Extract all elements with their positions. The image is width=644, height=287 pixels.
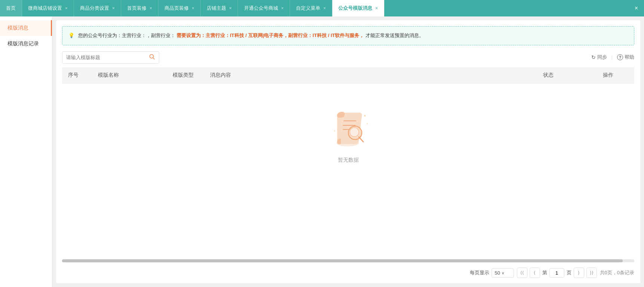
tab-category-settings[interactable]: 商品分类设置 × (74, 0, 121, 16)
info-banner: 💡 您的公众号行业为：主营行业：，副营行业： 需要设置为：主营行业：IT科技 /… (62, 26, 634, 45)
tab-store-theme-close[interactable]: × (229, 6, 232, 11)
help-label: 帮助 (625, 54, 634, 61)
search-icon[interactable] (149, 54, 155, 61)
data-table: 序号 模版名称 模版类型 消息内容 状态 操作 (62, 67, 634, 178)
col-type: 模版类型 (167, 67, 204, 83)
tab-home-decoration-label: 首页装修 (127, 5, 147, 12)
prev-page-button[interactable]: ⟨ (530, 268, 540, 278)
sidebar-item-template-msg-label: 模版消息 (7, 25, 28, 31)
tab-home[interactable]: 首页 (0, 0, 22, 16)
content-area: 💡 您的公众号行业为：主营行业：，副营行业： 需要设置为：主营行业：IT科技 /… (56, 20, 640, 283)
help-button[interactable]: ? 帮助 (617, 54, 634, 61)
next-page-button[interactable]: ⟩ (574, 268, 584, 278)
page-unit: 页 (567, 269, 571, 276)
tab-product-decoration-label: 商品页装修 (164, 5, 189, 12)
tab-custom-menu-close[interactable]: × (323, 6, 326, 11)
svg-line-8 (359, 137, 363, 142)
tab-shop-settings-label: 微商城店铺设置 (28, 5, 62, 12)
info-banner-text2: 才能正常发送预置的消息。 (366, 33, 424, 38)
close-all-button[interactable]: × (629, 5, 644, 12)
tab-template-msg[interactable]: 公众号模版消息 × (332, 0, 384, 16)
empty-illustration: ✦ ✦ ✦ (326, 106, 371, 151)
empty-state-row: ✦ ✦ ✦ 暂无数据 (62, 83, 634, 178)
scrollbar-track[interactable] (62, 259, 634, 262)
tab-category-settings-close[interactable]: × (112, 6, 115, 11)
main-layout: 模版消息 模版消息记录 💡 您的公众号行业为：主营行业：，副营行业： 需要设置为… (0, 16, 644, 287)
sidebar-item-template-msg-records[interactable]: 模版消息记录 (0, 36, 52, 52)
page-size-select: 每页显示 50 ∨ (470, 268, 514, 278)
tab-store-theme[interactable]: 店铺主题 × (201, 0, 238, 16)
page-label: 第 (542, 269, 547, 276)
tab-open-mall-label: 开通公众号商城 (244, 5, 278, 12)
tab-product-decoration-close[interactable]: × (192, 6, 194, 11)
toolbar: ↻ 同步 | ? 帮助 (56, 45, 640, 67)
page-nav: ⟨⟨ ⟨ 第 页 ⟩ ⟩⟩ (517, 268, 597, 278)
total-info: 共0页，0条记录 (600, 269, 634, 276)
info-banner-text1: 您的公众号行业为：主营行业：，副营行业： (78, 33, 175, 38)
table-header-row: 序号 模版名称 模版类型 消息内容 状态 操作 (62, 67, 634, 83)
pagination: 每页显示 50 ∨ ⟨⟨ ⟨ 第 页 ⟩ ⟩⟩ 共0页，0条记录 (56, 262, 640, 283)
col-action: 操作 (597, 67, 634, 83)
svg-line-1 (153, 58, 155, 59)
tab-home-label: 首页 (6, 5, 16, 12)
tab-open-mall-close[interactable]: × (281, 6, 284, 11)
bulb-icon: 💡 (68, 33, 74, 38)
col-seq: 序号 (62, 67, 92, 83)
tab-home-decoration[interactable]: 首页装修 × (121, 0, 158, 16)
tab-open-mall[interactable]: 开通公众号商城 × (238, 0, 290, 16)
col-content: 消息内容 (204, 67, 537, 83)
svg-text:✦: ✦ (363, 114, 366, 118)
col-status: 状态 (537, 67, 597, 83)
sidebar: 模版消息 模版消息记录 (0, 16, 52, 287)
col-name: 模版名称 (92, 67, 167, 83)
last-page-button[interactable]: ⟩⟩ (586, 268, 597, 278)
tab-custom-menu-label: 自定义菜单 (296, 5, 320, 12)
help-icon: ? (617, 54, 623, 60)
svg-text:✦: ✦ (366, 122, 369, 125)
tab-shop-settings-close[interactable]: × (65, 6, 68, 11)
table-wrap: 序号 模版名称 模版类型 消息内容 状态 操作 (56, 67, 640, 256)
page-input: 第 页 (542, 268, 571, 278)
empty-text: 暂无数据 (338, 157, 359, 164)
sync-icon: ↻ (591, 54, 596, 60)
svg-text:✦: ✦ (333, 129, 336, 133)
chevron-down-icon: ∨ (502, 271, 504, 275)
svg-point-7 (350, 128, 359, 137)
page-size-value: 50 (495, 270, 500, 276)
search-box[interactable] (62, 51, 159, 64)
tab-product-decoration[interactable]: 商品页装修 × (158, 0, 201, 16)
toolbar-right: ↻ 同步 | ? 帮助 (591, 54, 634, 61)
info-banner-highlight: 需要设置为：主营行业：IT科技 / 互联网|电子商务，副营行业：IT科技 / I… (176, 33, 364, 38)
scrollbar-area[interactable] (56, 256, 640, 262)
sidebar-item-template-msg[interactable]: 模版消息 (0, 20, 52, 36)
sidebar-item-template-msg-records-label: 模版消息记录 (7, 40, 39, 46)
first-page-button[interactable]: ⟨⟨ (517, 268, 527, 278)
tab-custom-menu[interactable]: 自定义菜单 × (290, 0, 332, 16)
tab-template-msg-close[interactable]: × (375, 6, 378, 11)
tab-shop-settings[interactable]: 微商城店铺设置 × (22, 0, 74, 16)
search-input[interactable] (66, 55, 149, 60)
scrollbar-thumb[interactable] (62, 259, 623, 262)
toolbar-divider: | (611, 55, 613, 60)
empty-state-cell: ✦ ✦ ✦ 暂无数据 (62, 83, 634, 178)
page-size-label: 每页显示 (470, 269, 489, 276)
sync-label: 同步 (597, 54, 607, 61)
tab-template-msg-label: 公众号模版消息 (338, 5, 372, 12)
empty-state: ✦ ✦ ✦ 暂无数据 (62, 83, 634, 178)
tab-category-settings-label: 商品分类设置 (80, 5, 109, 12)
page-size-dropdown[interactable]: 50 ∨ (492, 268, 514, 278)
tab-home-decoration-close[interactable]: × (150, 6, 152, 11)
sync-button[interactable]: ↻ 同步 (591, 54, 607, 61)
page-number-input[interactable] (549, 268, 564, 278)
top-nav: 首页 微商城店铺设置 × 商品分类设置 × 首页装修 × 商品页装修 × 店铺主… (0, 0, 644, 16)
tab-store-theme-label: 店铺主题 (207, 5, 226, 12)
